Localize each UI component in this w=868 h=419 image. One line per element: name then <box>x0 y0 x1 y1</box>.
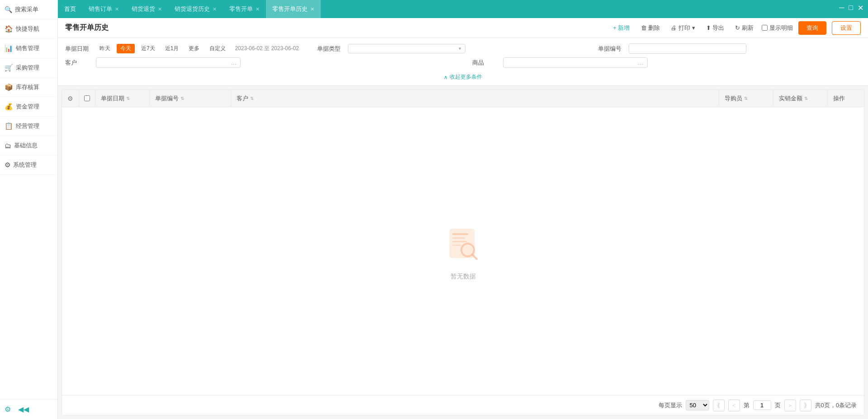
sidebar-bottom: ⚙ ◀◀ <box>0 399 57 419</box>
tab-sales-return[interactable]: 销货退货 ✕ <box>125 0 168 18</box>
collapse-sidebar-icon[interactable]: ◀◀ <box>18 405 29 414</box>
table-select-all[interactable] <box>79 90 95 107</box>
sidebar-item-label: 系统管理 <box>13 161 37 169</box>
date-btn-today[interactable]: 今天 <box>117 44 135 53</box>
svg-rect-1 <box>452 233 468 235</box>
add-button[interactable]: + 新增 <box>610 22 632 34</box>
goods-filter-ellipsis[interactable]: … <box>638 59 644 66</box>
table-header: ⚙ 单据日期 ⇅ 单据编号 ⇅ 客户 ⇅ 导购员 ⇅ 实销金额 <box>62 90 864 107</box>
col-number[interactable]: 单据编号 ⇅ <box>150 90 231 107</box>
sidebar-search[interactable]: 🔍 搜索采单 <box>0 0 57 19</box>
col-customer-label: 客户 <box>237 94 248 103</box>
database-icon: 🗂 <box>5 142 11 150</box>
date-btn-7days[interactable]: 近7天 <box>138 44 159 53</box>
col-buyer[interactable]: 导购员 ⇅ <box>719 90 773 107</box>
col-buyer-sort: ⇅ <box>744 96 748 101</box>
goods-filter-input-wrap: … <box>503 57 648 68</box>
tab-sales-return-history[interactable]: 销货退货历史 ✕ <box>168 0 223 18</box>
goods-filter-label: 商品 <box>472 59 499 67</box>
display-detail-checkbox[interactable] <box>762 25 768 31</box>
home-icon: 🏠 <box>5 25 13 33</box>
settings-icon[interactable]: ⚙ <box>5 405 11 414</box>
num-filter-label: 单据编号 <box>598 45 625 53</box>
next-page-btn[interactable]: ＞ <box>784 400 796 411</box>
num-filter-input[interactable] <box>633 45 742 52</box>
sidebar-item-finance[interactable]: 💰 资金管理 <box>0 97 57 117</box>
page-number-input[interactable] <box>753 400 771 410</box>
customer-filter-input[interactable] <box>100 59 231 66</box>
sidebar-item-label: 采购管理 <box>16 64 39 72</box>
prev-page-btn[interactable]: ＜ <box>728 400 740 411</box>
empty-illustration <box>441 222 486 267</box>
date-btn-more[interactable]: 更多 <box>185 44 203 53</box>
date-range-text: 2023-06-02 至 2023-06-02 <box>235 45 299 52</box>
sidebar-item-system-mgmt[interactable]: ⚙ 系统管理 <box>0 155 57 175</box>
customer-filter-ellipsis[interactable]: … <box>231 59 237 66</box>
svg-point-6 <box>463 245 472 254</box>
tab-retail-history[interactable]: 零售开单历史 ✕ <box>266 0 321 18</box>
type-select[interactable]: ▾ <box>348 44 465 53</box>
display-detail-toggle[interactable]: 显示明细 <box>762 24 793 32</box>
select-all-checkbox[interactable] <box>84 95 90 101</box>
svg-rect-2 <box>452 237 465 239</box>
customer-filter-input-wrap: … <box>96 57 241 68</box>
window-min-btn[interactable]: ─ <box>839 4 844 12</box>
tab-sales-order[interactable]: 销售订单 ✕ <box>82 0 125 18</box>
last-page-btn[interactable]: ⟫ <box>800 400 811 411</box>
col-customer[interactable]: 客户 ⇅ <box>231 90 719 107</box>
date-btn-yesterday[interactable]: 昨天 <box>96 44 114 53</box>
col-date[interactable]: 单据日期 ⇅ <box>95 90 150 107</box>
query-button[interactable]: 查询 <box>798 21 826 35</box>
sidebar-item-sales-mgmt[interactable]: 📊 销售管理 <box>0 39 57 58</box>
col-buyer-label: 导购员 <box>725 94 742 103</box>
sidebar-item-quick-nav[interactable]: 🏠 快捷导航 <box>0 19 57 39</box>
settings-button[interactable]: 设置 <box>832 21 861 35</box>
print-button[interactable]: 🖨 打印 ▾ <box>668 22 698 34</box>
col-amount[interactable]: 实销金额 ⇅ <box>773 90 828 107</box>
tab-home[interactable]: 首页 <box>58 0 82 18</box>
date-btn-1month[interactable]: 近1月 <box>161 44 183 53</box>
col-action: 操作 <box>828 90 864 107</box>
col-action-label: 操作 <box>833 94 845 103</box>
main-area: 首页 销售订单 ✕ 销货退货 ✕ 销货退货历史 ✕ 零售开单 ✕ 零售开单历史 … <box>58 0 868 419</box>
sidebar: 🔍 搜索采单 🏠 快捷导航 📊 销售管理 🛒 采购管理 📦 库存核算 💰 资金管… <box>0 0 58 419</box>
settings-gear-icon: ⚙ <box>67 95 73 102</box>
display-detail-label: 显示明细 <box>769 24 793 32</box>
date-btn-custom[interactable]: 自定义 <box>206 44 229 53</box>
per-page-select[interactable]: 10 20 50 100 <box>686 400 709 410</box>
col-date-sort: ⇅ <box>126 96 130 101</box>
table-settings-btn[interactable]: ⚙ <box>62 90 79 107</box>
window-max-btn[interactable]: □ <box>849 4 853 12</box>
tab-retail-history-close[interactable]: ✕ <box>310 6 314 12</box>
last-page-icon: ⟫ <box>804 402 807 409</box>
tab-retail-open-close[interactable]: ✕ <box>256 6 260 12</box>
refresh-button[interactable]: ↻ 刷新 <box>732 22 756 34</box>
sidebar-item-base-info[interactable]: 🗂 基础信息 <box>0 136 57 155</box>
first-page-btn[interactable]: ⟪ <box>713 400 725 411</box>
sidebar-item-purchase-mgmt[interactable]: 🛒 采购管理 <box>0 58 57 78</box>
box-icon: 📦 <box>5 83 13 91</box>
tab-retail-open[interactable]: 零售开单 ✕ <box>223 0 266 18</box>
sidebar-item-label: 销售管理 <box>16 44 39 52</box>
tab-sales-order-close[interactable]: ✕ <box>115 6 119 12</box>
sidebar-item-inventory[interactable]: 📦 库存核算 <box>0 78 57 97</box>
first-page-icon: ⟪ <box>717 402 720 409</box>
tab-sales-return-label: 销货退货 <box>132 5 155 13</box>
tab-sales-return-history-label: 销货退货历史 <box>175 5 210 13</box>
prev-page-icon: ＜ <box>731 401 737 410</box>
tab-retail-history-label: 零售开单历史 <box>272 5 308 13</box>
window-close-btn[interactable]: ✕ <box>858 4 863 12</box>
type-filter-label: 单据类型 <box>317 45 344 53</box>
collapse-more-btn[interactable]: ∧ 收起更多条件 <box>65 71 861 82</box>
export-label: ⬆ 导出 <box>706 24 725 32</box>
filter-area: 单据日期 昨天 今天 近7天 近1月 更多 自定义 2023-06-02 至 2… <box>58 38 868 86</box>
table-area: ⚙ 单据日期 ⇅ 单据编号 ⇅ 客户 ⇅ 导购员 ⇅ 实销金额 <box>62 89 864 415</box>
goods-filter-input[interactable] <box>507 59 638 66</box>
col-number-sort: ⇅ <box>180 96 184 101</box>
sidebar-item-operations[interactable]: 📋 经营管理 <box>0 117 57 136</box>
delete-button[interactable]: 🗑 删除 <box>638 22 663 34</box>
export-button[interactable]: ⬆ 导出 <box>703 22 727 34</box>
svg-rect-4 <box>452 245 461 246</box>
tab-sales-return-history-close[interactable]: ✕ <box>213 6 217 12</box>
tab-sales-return-close[interactable]: ✕ <box>158 6 162 12</box>
